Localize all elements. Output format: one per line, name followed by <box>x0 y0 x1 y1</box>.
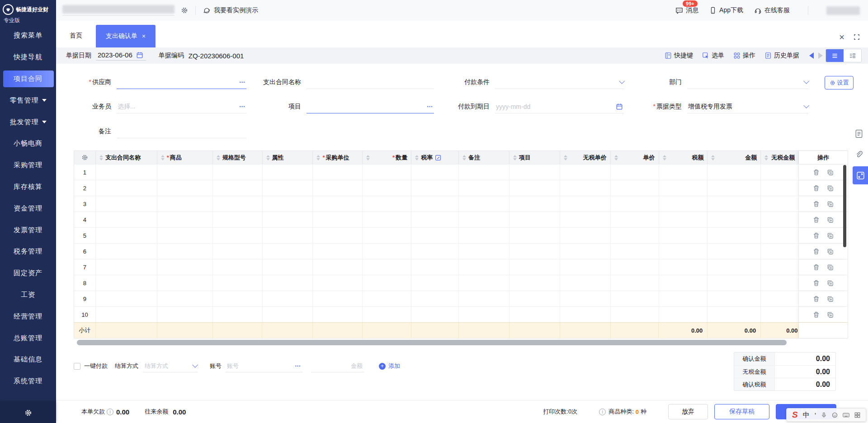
table-cell[interactable] <box>761 196 799 212</box>
table-cell[interactable] <box>708 180 761 196</box>
sort-carets-icon[interactable] <box>99 155 103 160</box>
table-cell[interactable] <box>560 164 611 180</box>
table-cell[interactable] <box>263 275 313 291</box>
table-cell[interactable] <box>708 164 761 180</box>
messages-button[interactable]: 99+ 消息 <box>675 6 698 14</box>
table-cell[interactable] <box>96 164 157 180</box>
copy-row-icon[interactable] <box>827 216 834 223</box>
table-cell[interactable] <box>411 259 459 275</box>
invoice-type-select[interactable]: 增值税专用发票 <box>687 100 808 113</box>
table-cell[interactable] <box>761 307 799 322</box>
table-cell[interactable] <box>611 212 659 227</box>
column-header-5[interactable]: *采购单位 <box>313 151 363 164</box>
table-cell[interactable] <box>411 180 459 196</box>
department-select[interactable] <box>687 75 808 89</box>
table-cell[interactable] <box>560 291 611 306</box>
column-header-8[interactable]: 备注 <box>459 151 509 164</box>
sort-carets-icon[interactable] <box>711 155 715 160</box>
table-cell[interactable] <box>363 291 411 306</box>
table-cell[interactable] <box>411 196 459 212</box>
sidebar-item-8[interactable]: 资金管理 <box>0 197 56 219</box>
fullscreen-icon[interactable] <box>854 34 860 40</box>
table-cell[interactable] <box>611 291 659 306</box>
table-cell[interactable] <box>263 196 313 212</box>
lookup-dots-icon[interactable]: ⋯ <box>427 103 433 110</box>
table-cell[interactable] <box>313 228 363 243</box>
microphone-icon[interactable] <box>821 412 827 418</box>
split-view-button[interactable] <box>844 49 861 62</box>
table-cell[interactable] <box>611 275 659 291</box>
vertical-scrollbar[interactable] <box>843 165 846 247</box>
sidebar-item-5[interactable]: 小畅电商 <box>0 133 56 155</box>
table-cell[interactable] <box>363 164 411 180</box>
sidebar-item-10[interactable]: 税务管理 <box>0 241 56 263</box>
table-cell[interactable] <box>263 307 313 322</box>
horizontal-scrollbar-thumb[interactable] <box>77 340 787 345</box>
table-cell[interactable] <box>313 180 363 196</box>
column-header-15[interactable]: 操作 <box>799 151 848 164</box>
table-cell[interactable] <box>96 212 157 227</box>
table-cell[interactable] <box>363 275 411 291</box>
column-header-1[interactable]: 支出合同名称 <box>96 151 157 164</box>
expand-panel-button[interactable] <box>853 166 868 184</box>
table-cell[interactable] <box>96 196 157 212</box>
table-cell[interactable] <box>459 196 509 212</box>
edit-tax-rate-icon[interactable] <box>435 155 441 161</box>
project-input[interactable]: ⋯ <box>307 100 434 113</box>
toolbox-icon[interactable] <box>854 412 860 418</box>
table-cell[interactable] <box>411 228 459 243</box>
table-cell[interactable] <box>157 180 213 196</box>
app-download-button[interactable]: App下载 <box>709 6 743 14</box>
table-cell[interactable] <box>659 307 708 322</box>
table-cell[interactable] <box>411 275 459 291</box>
table-cell[interactable] <box>560 244 611 259</box>
copy-row-icon[interactable] <box>827 232 834 239</box>
table-cell[interactable] <box>611 307 659 322</box>
table-cell[interactable] <box>659 244 708 259</box>
table-cell[interactable] <box>313 196 363 212</box>
table-cell[interactable] <box>459 275 509 291</box>
table-cell[interactable] <box>313 164 363 180</box>
sidebar-item-4[interactable]: 批发管理 <box>0 111 56 133</box>
table-cell[interactable] <box>157 228 213 243</box>
table-cell[interactable] <box>708 212 761 227</box>
table-cell[interactable] <box>213 259 263 275</box>
copy-row-icon[interactable] <box>827 248 834 255</box>
column-header-14[interactable]: 无税金额 <box>761 151 799 164</box>
save-draft-button[interactable]: 保存草稿 <box>714 404 769 419</box>
table-cell[interactable] <box>213 164 263 180</box>
table-cell[interactable] <box>96 291 157 306</box>
select-doc-button[interactable]: 选单 <box>702 52 724 60</box>
column-header-11[interactable]: 单价 <box>611 151 659 164</box>
table-cell[interactable] <box>761 228 799 243</box>
table-cell[interactable] <box>96 275 157 291</box>
table-cell[interactable] <box>509 164 560 180</box>
copy-row-icon[interactable] <box>827 280 834 287</box>
table-cell[interactable] <box>611 244 659 259</box>
delete-row-icon[interactable] <box>813 264 820 271</box>
table-cell[interactable] <box>459 244 509 259</box>
sidebar-item-14[interactable]: 总账管理 <box>0 327 56 349</box>
table-cell[interactable] <box>96 244 157 259</box>
tab-close-icon[interactable]: × <box>142 33 146 40</box>
table-cell[interactable] <box>659 196 708 212</box>
table-cell[interactable] <box>157 212 213 227</box>
table-cell[interactable] <box>213 275 263 291</box>
tab-home[interactable]: 首页 <box>56 32 96 47</box>
table-cell[interactable] <box>313 259 363 275</box>
company-settings-gear-icon[interactable] <box>181 7 188 14</box>
next-doc-icon[interactable] <box>818 52 823 59</box>
table-cell[interactable] <box>509 228 560 243</box>
delete-row-icon[interactable] <box>813 185 820 192</box>
table-cell[interactable] <box>263 259 313 275</box>
sort-carets-icon[interactable] <box>161 155 165 160</box>
online-service-button[interactable]: 在线客服 <box>754 6 790 14</box>
table-cell[interactable] <box>459 291 509 306</box>
table-cell[interactable] <box>157 259 213 275</box>
demo-link[interactable]: 我要看实例演示 <box>203 6 258 14</box>
table-cell[interactable] <box>560 307 611 322</box>
table-cell[interactable] <box>213 212 263 227</box>
add-payment-button[interactable]: + 添加 <box>379 362 400 370</box>
table-cell[interactable] <box>411 212 459 227</box>
sort-carets-icon[interactable] <box>266 155 270 160</box>
